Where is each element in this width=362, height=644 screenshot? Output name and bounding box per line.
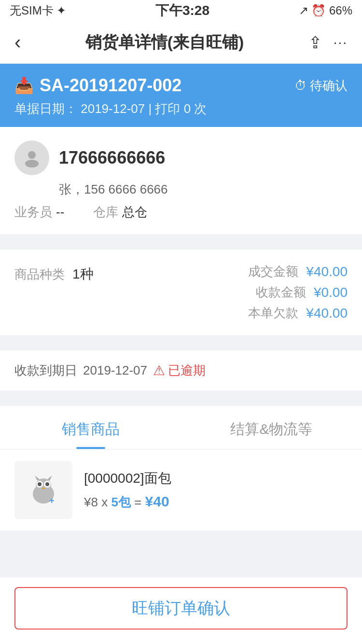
category-label: 商品种类 — [14, 266, 65, 283]
svg-point-9 — [38, 482, 42, 486]
debt-label: 本单欠款 — [248, 305, 298, 322]
sim-indicator: 无SIM卡 ✦ — [10, 3, 66, 18]
product-list: + [0000002]面包 ¥8 x 5包 = ¥40 — [0, 449, 362, 531]
alert-icon: ⚠ — [153, 363, 165, 378]
received-value: ¥0.00 — [314, 285, 348, 300]
sales-value: -- — [56, 205, 64, 220]
tabs-section: 销售商品 结算&物流等 — [0, 406, 362, 531]
transaction-label: 成交金额 — [248, 263, 298, 280]
sales-label: 业务员 — [14, 204, 52, 221]
category-value: 1种 — [72, 265, 94, 283]
product-price: ¥8 x 5包 = ¥40 — [84, 493, 348, 511]
svg-point-1 — [25, 160, 39, 168]
svg-point-10 — [45, 482, 49, 486]
status-bar: 无SIM卡 ✦ 下午3:28 ↗ ⏰ 66% — [0, 0, 362, 21]
status-left: 无SIM卡 ✦ — [10, 3, 66, 18]
debt-value: ¥40.00 — [306, 306, 348, 321]
due-date-section: 收款到期日 2019-12-07 ⚠ 已逾期 — [0, 350, 362, 391]
overdue-text: 已逾期 — [168, 362, 206, 379]
tab-settlement[interactable]: 结算&物流等 — [181, 406, 362, 449]
status-time: 下午3:28 — [155, 1, 209, 20]
divider-2 — [0, 343, 362, 350]
more-icon[interactable]: ··· — [334, 35, 348, 50]
inbox-icon: 📥 — [14, 76, 34, 95]
product-name: [0000002]面包 — [84, 469, 348, 488]
amounts: 成交金额 ¥40.00 收款金额 ¥0.00 本单欠款 ¥40.00 — [248, 263, 348, 322]
divider-1 — [0, 242, 362, 250]
tab-sales-products[interactable]: 销售商品 — [0, 406, 181, 449]
customer-meta: 业务员 -- 仓库 总仓 — [14, 204, 348, 221]
due-date: 2019-12-07 — [83, 363, 147, 378]
warehouse-label: 仓库 — [93, 204, 118, 221]
order-id: 📥 SA-20191207-002 — [14, 75, 181, 96]
nav-bar: ‹ 销货单详情(来自旺铺) ⇪ ··· — [0, 21, 362, 64]
due-label: 收款到期日 — [14, 362, 77, 379]
back-button[interactable]: ‹ — [14, 31, 21, 53]
equals-sign: = — [134, 495, 145, 509]
transaction-value: ¥40.00 — [306, 264, 348, 280]
overdue-badge: ⚠ 已逾期 — [153, 362, 206, 379]
clock-icon: ⏱ — [294, 78, 307, 93]
received-label: 收款金额 — [256, 284, 306, 301]
quantity: 5包 — [111, 495, 130, 509]
customer-phone: 17666666666 — [59, 148, 165, 168]
nav-actions: ⇪ ··· — [308, 33, 348, 52]
customer-name: 张，156 6666 6666 — [14, 181, 348, 198]
product-thumbnail: + — [14, 461, 72, 519]
confirm-section: 旺铺订单确认 — [0, 577, 362, 644]
share-icon[interactable]: ⇪ — [308, 33, 322, 52]
product-item: + [0000002]面包 ¥8 x 5包 = ¥40 — [14, 461, 348, 519]
confirm-button[interactable]: 旺铺订单确认 — [14, 587, 348, 630]
tabs-bar: 销售商品 结算&物流等 — [0, 406, 362, 449]
divider-3 — [0, 398, 362, 406]
product-info: [0000002]面包 ¥8 x 5包 = ¥40 — [84, 469, 348, 511]
warehouse-value: 总仓 — [122, 204, 147, 221]
customer-section: 17666666666 张，156 6666 6666 业务员 -- 仓库 总仓 — [0, 127, 362, 234]
page-title: 销货单详情(来自旺铺) — [85, 31, 244, 54]
price-unit: ¥8 — [84, 495, 98, 509]
svg-point-0 — [28, 151, 36, 159]
summary-section: 商品种类 1种 成交金额 ¥40.00 收款金额 ¥0.00 本单欠款 ¥40.… — [0, 250, 362, 335]
order-header-card: 📥 SA-20191207-002 ⏱ 待确认 单据日期： 2019-12-07… — [0, 64, 362, 127]
total-price: ¥40 — [145, 493, 169, 509]
order-date: 单据日期： 2019-12-07 | 打印 0 次 — [14, 100, 348, 117]
avatar — [14, 140, 49, 175]
svg-text:+: + — [49, 496, 55, 505]
multiply-sign: x — [101, 495, 108, 509]
order-status: ⏱ 待确认 — [294, 77, 348, 94]
status-right: ↗ ⏰ 66% — [299, 4, 352, 17]
